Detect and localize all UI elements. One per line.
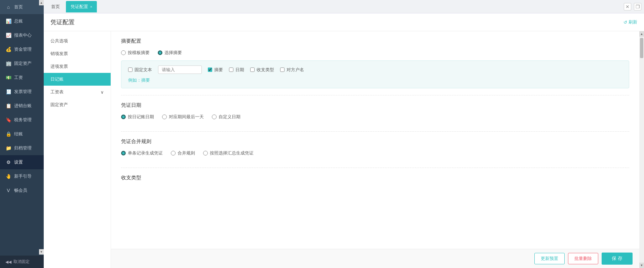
checkbox-payment-type-input[interactable] bbox=[250, 68, 255, 72]
scroll-thumb[interactable] bbox=[640, 38, 643, 58]
checkbox-counterpart-label[interactable]: 对方户名 bbox=[280, 67, 304, 73]
checkbox-date-label[interactable]: 日期 bbox=[229, 67, 244, 73]
sidebar-item-close[interactable]: 🔒 结账 bbox=[0, 127, 44, 141]
radio-last-day-input[interactable] bbox=[162, 115, 167, 119]
sidebar-item-guide[interactable]: 🤚 新手引导 bbox=[0, 169, 44, 183]
left-nav-payroll-table-label: 工资表 bbox=[50, 89, 64, 95]
radio-by-journal-input[interactable] bbox=[121, 115, 126, 119]
sidebar-item-archive[interactable]: 📁 归档管理 bbox=[0, 141, 44, 155]
left-nav-purchase-invoice-label: 进项发票 bbox=[50, 63, 68, 70]
voucher-date-section: 凭证日期 按日记账日期 对应期间最后一天 自定义日期 bbox=[121, 102, 629, 132]
batch-delete-button[interactable]: 批量删除 bbox=[568, 253, 598, 264]
left-nav-purchase-invoice[interactable]: 进项发票 bbox=[44, 60, 111, 73]
checkbox-fixed-text-label[interactable]: 固定文本 bbox=[128, 67, 152, 73]
radio-merge-label[interactable]: 合并规则 bbox=[171, 150, 195, 156]
checkbox-summary-input[interactable] bbox=[208, 68, 212, 72]
left-nav-public[interactable]: 公共选项 bbox=[44, 35, 111, 47]
sidebar-item-label: 工资 bbox=[14, 75, 23, 81]
sidebar-item-home[interactable]: ⌂ 首页 bbox=[0, 0, 44, 14]
radio-custom-input[interactable] bbox=[212, 115, 217, 119]
left-nav-public-label: 公共选项 bbox=[50, 38, 68, 44]
sidebar: ▲ ▼ ⌂ 首页 📊 总账 📈 报表中心 💰 资金管理 🏢 固定资产 💵 工资 … bbox=[0, 0, 44, 268]
tab-close-icon[interactable]: × bbox=[90, 5, 92, 9]
tab-voucher-config[interactable]: 凭证配置 × bbox=[66, 1, 97, 12]
radio-custom-text: 自定义日期 bbox=[219, 114, 240, 120]
radio-last-day-text: 对应期间最后一天 bbox=[169, 114, 204, 120]
checkbox-summary-label[interactable]: 摘要 bbox=[208, 67, 223, 73]
radio-select-input[interactable] bbox=[158, 50, 162, 55]
tab-home[interactable]: 首页 bbox=[46, 1, 65, 12]
bottom-action-bar: 更新预置 批量删除 保 存 bbox=[111, 249, 639, 268]
radio-custom-label[interactable]: 自定义日期 bbox=[212, 114, 240, 120]
sidebar-item-invoice-mgmt[interactable]: 🧾 发票管理 bbox=[0, 85, 44, 99]
radio-by-journal-label[interactable]: 按日记账日期 bbox=[121, 114, 154, 120]
tab-close-window-button[interactable]: ✕ bbox=[624, 3, 631, 10]
left-nav-sales-invoice[interactable]: 销项发票 bbox=[44, 47, 111, 60]
radio-template-summary[interactable]: 按模板摘要 bbox=[121, 50, 150, 56]
page-title: 凭证配置 bbox=[50, 18, 75, 26]
guide-icon: 🤚 bbox=[5, 174, 11, 179]
left-nav-payroll-table[interactable]: 工资表 ∨ bbox=[44, 86, 111, 98]
archive-icon: 📁 bbox=[5, 145, 11, 151]
radio-by-select-label[interactable]: 按照选择汇总生成凭证 bbox=[203, 150, 254, 156]
refresh-button[interactable]: ↺ 刷新 bbox=[623, 19, 637, 25]
sidebar-scroll-down[interactable]: ▼ bbox=[39, 249, 44, 255]
save-button[interactable]: 保 存 bbox=[602, 253, 633, 265]
funds-icon: 💰 bbox=[5, 47, 11, 52]
radio-by-select-input[interactable] bbox=[203, 151, 208, 155]
sidebar-item-ledger[interactable]: 📊 总账 bbox=[0, 14, 44, 28]
scroll-up-arrow[interactable]: ▲ bbox=[639, 31, 644, 37]
scroll-down-arrow[interactable]: ▼ bbox=[639, 263, 644, 268]
voucher-merge-radio-group: 单条记录生成凭证 合并规则 按照选择汇总生成凭证 bbox=[121, 150, 629, 156]
summary-section-title: 摘要配置 bbox=[121, 38, 629, 44]
checkbox-counterpart-input[interactable] bbox=[280, 68, 285, 72]
fixed-text-input[interactable] bbox=[158, 65, 202, 74]
summary-config-box: 固定文本 摘要 日期 bbox=[121, 60, 629, 88]
left-nav-journal[interactable]: 日记账 bbox=[44, 73, 111, 86]
radio-single-label[interactable]: 单条记录生成凭证 bbox=[121, 150, 163, 156]
sidebar-item-funds[interactable]: 💰 资金管理 bbox=[0, 42, 44, 56]
tax-icon: 🔖 bbox=[5, 117, 11, 123]
sidebar-item-payroll[interactable]: 💵 工资 bbox=[0, 71, 44, 85]
sidebar-item-reports[interactable]: 📈 报表中心 bbox=[0, 28, 44, 42]
refresh-icon: ↺ bbox=[623, 20, 627, 25]
sidebar-item-label: 设置 bbox=[14, 159, 23, 165]
sidebar-item-settings[interactable]: ⚙ 设置 bbox=[0, 155, 44, 169]
sidebar-item-assets[interactable]: 🏢 固定资产 bbox=[0, 56, 44, 71]
sidebar-unpin[interactable]: ◀◀ 取消固定 bbox=[0, 256, 44, 268]
sidebar-item-vip[interactable]: V 畅会员 bbox=[0, 183, 44, 197]
checkbox-fixed-text-input[interactable] bbox=[128, 68, 132, 72]
radio-template-input[interactable] bbox=[121, 50, 126, 55]
reports-icon: 📈 bbox=[5, 33, 11, 38]
voucher-date-radio-group: 按日记账日期 对应期间最后一天 自定义日期 bbox=[121, 114, 629, 120]
checkbox-date-text: 日期 bbox=[235, 67, 244, 73]
sidebar-item-label: 税务管理 bbox=[14, 117, 32, 123]
radio-single-input[interactable] bbox=[121, 151, 126, 155]
checkbox-date-input[interactable] bbox=[229, 68, 233, 72]
radio-select-summary[interactable]: 选择摘要 bbox=[158, 50, 182, 56]
payment-type-title: 收支类型 bbox=[121, 175, 629, 181]
sidebar-item-tax[interactable]: 🔖 税务管理 bbox=[0, 113, 44, 127]
home-icon: ⌂ bbox=[5, 4, 11, 10]
radio-by-select-text: 按照选择汇总生成凭证 bbox=[210, 150, 254, 156]
sidebar-item-label: 发票管理 bbox=[14, 89, 32, 95]
update-preview-button[interactable]: 更新预置 bbox=[534, 253, 565, 264]
sidebar-item-label: 总账 bbox=[14, 18, 23, 24]
checkbox-payment-type-label[interactable]: 收支类型 bbox=[250, 67, 274, 73]
left-nav-journal-label: 日记账 bbox=[50, 76, 64, 82]
summary-checkboxes: 固定文本 摘要 日期 bbox=[128, 65, 622, 74]
chevron-down-icon: ∨ bbox=[101, 90, 104, 95]
left-nav-fixed-assets[interactable]: 固定资产 bbox=[44, 98, 111, 111]
sidebar-item-sales-ledger[interactable]: 📋 进销台账 bbox=[0, 99, 44, 113]
tab-home-label: 首页 bbox=[51, 4, 60, 10]
radio-last-day-label[interactable]: 对应期间最后一天 bbox=[162, 114, 204, 120]
checkbox-fixed-text-text: 固定文本 bbox=[135, 67, 152, 73]
tab-restore-button[interactable]: ❐ bbox=[634, 3, 641, 10]
settings-icon: ⚙ bbox=[5, 160, 11, 165]
sidebar-item-label: 新手引导 bbox=[14, 173, 32, 179]
sidebar-bottom-label: 取消固定 bbox=[13, 259, 30, 265]
example-text: 例如：摘要 bbox=[128, 77, 622, 83]
sidebar-scroll-up[interactable]: ▲ bbox=[39, 0, 44, 5]
radio-merge-input[interactable] bbox=[171, 151, 176, 155]
refresh-label: 刷新 bbox=[629, 19, 637, 25]
